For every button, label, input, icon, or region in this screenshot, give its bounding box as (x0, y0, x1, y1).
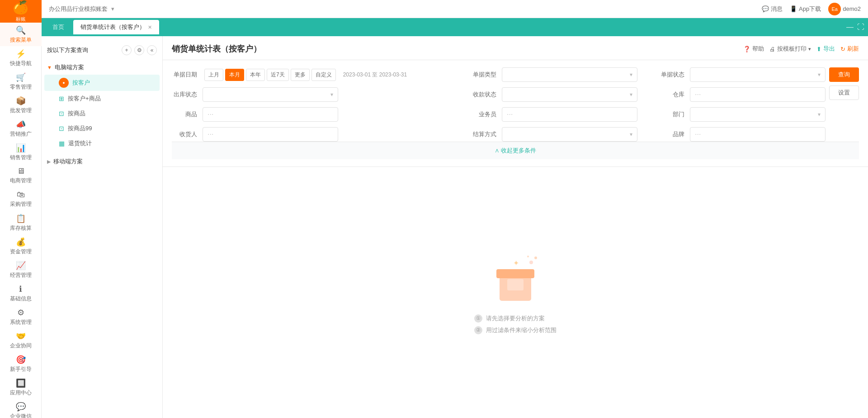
scheme-by-goods-99[interactable]: ⊡ 按商品99 (44, 121, 160, 136)
sidebar-item-wechat[interactable]: 💬 企业微信 (0, 399, 42, 418)
sidebar-label-finance: 资金管理 (10, 248, 32, 256)
scheme-by-goods-label: 按商品 (68, 109, 85, 118)
date-btn-last-month[interactable]: 上月 (204, 69, 223, 81)
sidebar-item-wholesale[interactable]: 📦 批发管理 (0, 93, 42, 117)
date-btn-this-month[interactable]: 本月 (225, 69, 244, 81)
payment-method-label: 结算方式 (471, 130, 496, 138)
date-btn-this-year[interactable]: 本年 (246, 69, 265, 81)
doc-type-label: 单据类型 (471, 71, 496, 79)
sidebar-item-purchase[interactable]: 🛍 采购管理 (0, 187, 42, 211)
scheme-return-stat[interactable]: ▦ 退货统计 (44, 136, 160, 151)
out-status-select[interactable]: ▾ (203, 87, 338, 102)
right-content: 销货单统计表（按客户） ❓ 帮助 🖨 按模板打印 ▾ ⬆ 导出 (163, 36, 868, 418)
print-dropdown-icon: ▾ (808, 46, 811, 52)
tree-desktop-label: 电脑端方案 (55, 63, 84, 71)
sidebar-item-apps[interactable]: 🔲 应用中心 (0, 375, 42, 399)
salesperson-select[interactable]: ··· (502, 107, 637, 122)
user-menu[interactable]: Ea demo2 (828, 3, 861, 15)
sidebar-item-cooperation[interactable]: 🤝 企业协同 (0, 328, 42, 352)
goods-label: 商品 (172, 110, 197, 119)
collapse-panel-button[interactable]: « (147, 45, 157, 55)
filter-row-4: 收货人 ··· 结算方式 ▾ 品牌 (172, 127, 826, 142)
settings-button[interactable]: 设置 (829, 86, 859, 100)
scheme-by-customer-label: 按客户 (72, 79, 90, 87)
payment-method-select[interactable]: ▾ (502, 127, 637, 142)
empty-hint: ① 请先选择要分析的方案 ② 用过滤条件来缩小分析范围 (474, 314, 557, 334)
department-select[interactable]: ▾ (690, 107, 826, 122)
sidebar-item-inventory[interactable]: 📋 库存核算 (0, 211, 42, 234)
doc-type-select[interactable]: ▾ (502, 67, 637, 82)
active-scheme-icon: ● (62, 81, 65, 85)
sidebar-item-sales[interactable]: 📊 销售管理 (0, 140, 42, 164)
user-name: demo2 (843, 5, 861, 12)
message-button[interactable]: 💬 消息 (762, 5, 783, 13)
tree-mobile-parent[interactable]: ▶ 移动端方案 (42, 155, 162, 168)
refresh-button[interactable]: ↻ 刷新 (840, 45, 859, 53)
sidebar-item-quick-nav[interactable]: ⚡ 快捷导航 (0, 46, 42, 70)
svg-point-5 (527, 256, 529, 257)
sidebar-item-ecommerce[interactable]: 🖥 电商管理 (0, 164, 42, 187)
receipt-status-dropdown-icon: ▾ (630, 91, 632, 98)
goods-select[interactable]: ··· (203, 107, 338, 122)
receipt-status-select[interactable]: ▾ (502, 87, 637, 102)
settings-scheme-button[interactable]: ⚙ (134, 45, 144, 55)
inventory-icon: 📋 (16, 214, 26, 223)
export-button[interactable]: ⬆ 导出 (816, 45, 835, 53)
tree-expand-icon: ▼ (47, 65, 52, 70)
industry-dropdown-icon[interactable]: ▾ (111, 5, 114, 12)
ecommerce-icon: 🖥 (17, 166, 25, 176)
svg-point-3 (529, 261, 533, 264)
sidebar-item-basic[interactable]: ℹ 基础信息 (0, 281, 42, 305)
sidebar-item-search[interactable]: 🔍 搜索菜单 (0, 23, 42, 46)
sidebar-label-retail: 零售管理 (10, 83, 32, 91)
doc-status-dropdown-icon: ▾ (818, 71, 821, 78)
sidebar-item-marketing[interactable]: 📣 营销推广 (0, 117, 42, 140)
system-icon: ⚙ (17, 308, 24, 318)
scheme-by-goods-99-label: 按商品99 (68, 124, 92, 133)
receiver-select[interactable]: ··· (203, 127, 338, 142)
scheme-by-goods[interactable]: ⊡ 按商品 (44, 106, 160, 121)
tab-home[interactable]: 首页 (45, 20, 71, 34)
sidebar-label-marketing: 营销推广 (10, 130, 32, 138)
maximize-icon[interactable]: ⛶ (857, 23, 864, 31)
date-btn-last-7-days[interactable]: 近7天 (267, 69, 289, 81)
wechat-icon: 💬 (16, 402, 26, 412)
newbie-icon: 🎯 (16, 355, 26, 365)
scheme-by-customer-goods[interactable]: ⊞ 按客户+商品 (44, 91, 160, 106)
page-title: 销货单统计表（按客户） (172, 43, 261, 54)
salesperson-dots: ··· (507, 110, 513, 119)
tab-bar-actions: — ⛶ (846, 23, 864, 31)
doc-status-select[interactable]: ▾ (690, 67, 826, 82)
brand-select[interactable]: ··· (690, 127, 826, 142)
app-download-button[interactable]: 📱 App下载 (790, 5, 821, 13)
sidebar-label-system: 系统管理 (10, 318, 32, 326)
tab-sales-stat[interactable]: 销货单统计表（按客户） ✕ (73, 20, 159, 34)
receiver-dots: ··· (208, 130, 213, 138)
doc-status-label: 单据状态 (659, 71, 684, 79)
tab-close-icon[interactable]: ✕ (148, 24, 152, 30)
sidebar-item-finance[interactable]: 💰 资金管理 (0, 234, 42, 258)
scheme-icon-goods-99: ⊡ (59, 125, 64, 132)
empty-hint-1: ① 请先选择要分析的方案 (474, 314, 545, 323)
scheme-icon-goods: ⊡ (59, 110, 64, 117)
tree-desktop-parent[interactable]: ▼ 电脑端方案 (42, 61, 162, 74)
sidebar-item-newbie[interactable]: 🎯 新手引导 (0, 352, 42, 375)
add-scheme-button[interactable]: + (122, 45, 132, 55)
print-button[interactable]: 🖨 按模板打印 ▾ (769, 45, 811, 53)
scheme-by-customer[interactable]: ● 按客户 (44, 75, 160, 91)
sidebar-item-operation[interactable]: 📈 经营管理 (0, 258, 42, 281)
svg-text:✦: ✦ (513, 259, 519, 267)
minimize-icon[interactable]: — (846, 23, 854, 31)
query-button[interactable]: 查询 (829, 67, 859, 82)
warehouse-label: 仓库 (659, 90, 684, 99)
warehouse-select[interactable]: ··· (690, 87, 826, 102)
sidebar-label-search: 搜索菜单 (10, 36, 32, 44)
sidebar-item-system[interactable]: ⚙ 系统管理 (0, 305, 42, 328)
date-btn-custom[interactable]: 自定义 (311, 69, 336, 81)
print-icon: 🖨 (769, 46, 775, 52)
date-btn-more[interactable]: 更多 (291, 69, 310, 81)
collapse-button[interactable]: ∧ 收起更多条件 (172, 142, 859, 159)
help-button[interactable]: ❓ 帮助 (743, 45, 764, 53)
sidebar-item-retail[interactable]: 🛒 零售管理 (0, 70, 42, 93)
logo-icon: 🍊 (13, 0, 28, 15)
